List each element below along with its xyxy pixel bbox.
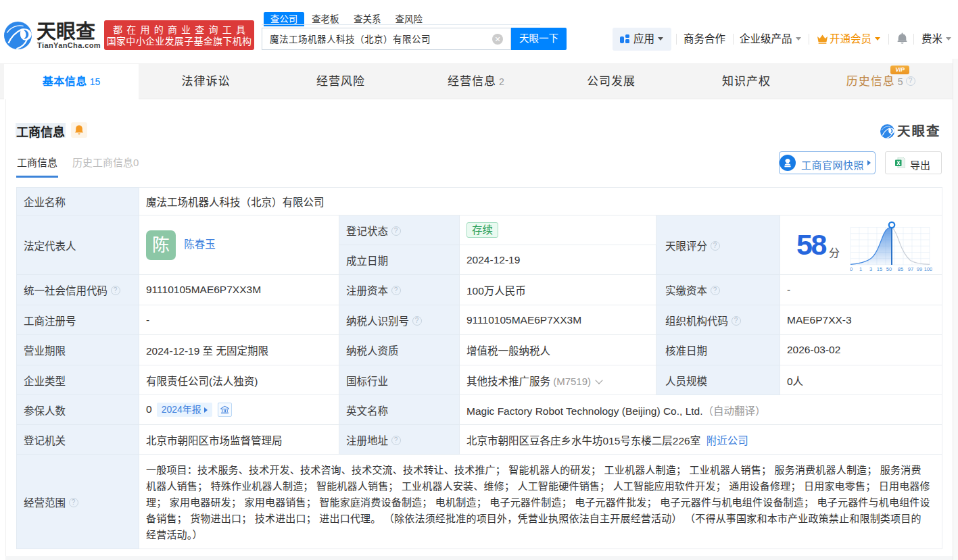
svg-text:3: 3 <box>869 266 872 272</box>
svg-text:0: 0 <box>850 266 853 272</box>
svg-text:99: 99 <box>917 266 922 272</box>
svg-text:100: 100 <box>924 266 932 272</box>
svg-text:85: 85 <box>898 266 903 272</box>
svg-text:15: 15 <box>877 266 882 272</box>
svg-text:1: 1 <box>859 266 862 272</box>
svg-text:50: 50 <box>886 266 892 272</box>
svg-text:97: 97 <box>908 266 913 272</box>
